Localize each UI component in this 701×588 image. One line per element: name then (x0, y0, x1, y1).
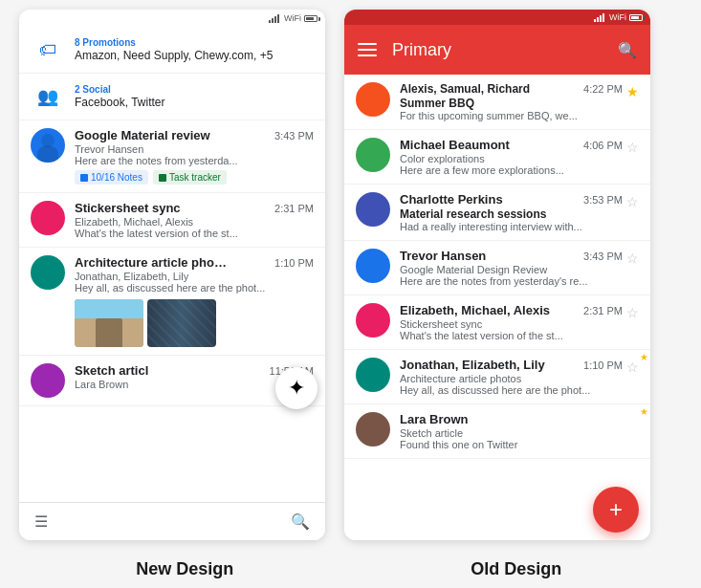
email-header: Michael Beaumont 4:06 PM (400, 138, 623, 152)
star-filled-icon[interactable]: ★ (626, 84, 639, 99)
email-content: Michael Beaumont 4:06 PM Color explorati… (400, 138, 623, 176)
old-battery-icon (629, 14, 643, 21)
list-item[interactable]: Michael Beaumont 4:06 PM Color explorati… (344, 130, 650, 185)
hamburger-line (358, 54, 377, 56)
email-sender: Jonathan, Elizabeth, Lily (400, 358, 545, 372)
new-email-wrapper: 🏷 8 Promotions Amazon, Need Supply, Chew… (19, 27, 325, 540)
star-badge-icon: ★ (640, 352, 648, 362)
star-badge-2-icon: ★ (640, 406, 648, 417)
list-item[interactable]: Lara Brown Sketch article Found this one… (344, 404, 650, 459)
email-sender: Stickersheet sync (75, 201, 181, 215)
email-content: Elizabeth, Michael, Alexis 2:31 PM Stick… (400, 303, 623, 341)
tracker-icon (159, 174, 166, 182)
main-container: WiFi 🏷 8 Promotions Amazon, Need Supply,… (0, 0, 701, 550)
tag-notes: 10/16 Notes (75, 170, 148, 185)
email-preview: Hey all, as discussed here are the phot.… (75, 282, 314, 294)
old-design-label: Old Design (351, 550, 683, 588)
old-design-phone: WiFi Primary 🔍 Alexis (344, 10, 650, 540)
email-subject: Stickersheet sync (400, 318, 623, 330)
wifi-icon: WiFi (284, 13, 301, 23)
star-empty-icon[interactable]: ☆ (626, 140, 639, 155)
hamburger-line (358, 49, 377, 51)
new-design-label: New Design (19, 550, 351, 588)
hamburger-menu-icon[interactable] (358, 43, 377, 56)
email-header: Lara Brown (400, 412, 639, 426)
compose-fab-icon: ✦ (288, 376, 305, 401)
avatar (356, 358, 390, 392)
email-content: Trevor Hansen 3:43 PM Google Material De… (400, 249, 623, 287)
email-time: 1:10 PM (583, 359, 623, 371)
menu-icon[interactable]: ☰ (34, 512, 48, 531)
email-preview: For this upcoming summer BBQ, we... (400, 110, 623, 121)
list-item[interactable]: Alexis, Samual, Richard 4:22 PM Summer B… (344, 75, 650, 130)
email-subject: Summer BBQ (400, 97, 623, 110)
email-sender: Sketch articl (75, 363, 148, 378)
avatar (31, 201, 65, 235)
social-senders: Facebook, Twitter (75, 96, 314, 109)
email-sender: Lara Brown (400, 412, 469, 426)
old-header: Primary 🔍 (344, 25, 650, 75)
design-labels: New Design Old Design (0, 550, 701, 588)
promotions-row[interactable]: 🏷 8 Promotions Amazon, Need Supply, Chew… (19, 27, 325, 74)
email-sender: Charlotte Perkins (400, 192, 503, 207)
list-item[interactable]: Stickersheet sync 2:31 PM Elizabeth, Mic… (19, 193, 325, 248)
star-empty-icon[interactable]: ☆ (626, 194, 639, 209)
email-time: 3:43 PM (274, 130, 314, 142)
email-tags: 10/16 Notes Task tracker (75, 170, 314, 185)
promotions-badge: 8 Promotions (75, 37, 314, 48)
hamburger-line (358, 43, 377, 45)
avatar (356, 412, 390, 446)
old-status-bar: WiFi (344, 10, 650, 25)
avatar (356, 192, 390, 227)
email-header: Elizabeth, Michael, Alexis 2:31 PM (400, 303, 623, 317)
star-empty-icon[interactable]: ☆ (626, 305, 639, 320)
email-subject: Material research sessions (400, 207, 623, 221)
email-subject: Color explorations (400, 153, 623, 164)
email-header: Trevor Hansen 3:43 PM (400, 249, 623, 263)
email-content: Charlotte Perkins 3:53 PM Material resea… (400, 192, 623, 232)
avatar (356, 138, 390, 172)
list-item[interactable]: Jonathan, Elizabeth, Lily 1:10 PM Archit… (344, 350, 650, 404)
list-item[interactable]: Charlotte Perkins 3:53 PM Material resea… (344, 185, 650, 241)
old-signal-icon (594, 12, 604, 22)
email-content: Lara Brown Sketch article Found this one… (400, 412, 639, 450)
promotions-senders: Amazon, Need Supply, Chewy.com, +5 (75, 49, 314, 62)
old-compose-fab-button[interactable]: + (593, 487, 639, 533)
email-subject: Google Material Design Review (400, 264, 623, 275)
email-preview: Here are the notes from yesterda... (75, 155, 314, 166)
list-item[interactable]: Elizabeth, Michael, Alexis 2:31 PM Stick… (344, 295, 650, 350)
compose-fab-button[interactable]: ✦ (275, 367, 318, 409)
email-header: Alexis, Samual, Richard 4:22 PM (400, 82, 623, 96)
social-icon: 👥 (31, 79, 65, 114)
old-search-icon[interactable]: 🔍 (618, 41, 637, 59)
battery-icon (304, 15, 318, 22)
search-icon[interactable]: 🔍 (291, 512, 310, 531)
signal-icon (269, 13, 279, 23)
email-sender: Alexis, Samual, Richard (400, 82, 530, 96)
email-subject: Trevor Hansen (75, 143, 314, 155)
email-header: Google Material review 3:43 PM (75, 128, 314, 142)
avatar (31, 363, 65, 398)
list-item[interactable]: Sketch articl 11:51 AM Lara Brown ✦ (19, 356, 325, 406)
email-content: Stickersheet sync 2:31 PM Elizabeth, Mic… (75, 201, 314, 239)
email-time: 4:22 PM (583, 83, 623, 95)
email-header: Charlotte Perkins 3:53 PM (400, 192, 623, 207)
old-email-list: Alexis, Samual, Richard 4:22 PM Summer B… (344, 75, 650, 540)
list-item[interactable]: Google Material review 3:43 PM Trevor Ha… (19, 120, 325, 193)
email-time: 2:31 PM (583, 305, 623, 316)
email-preview: What's the latest version of the st... (75, 228, 314, 239)
list-item[interactable]: Architecture article photos 1:10 PM Jona… (19, 248, 325, 356)
email-time: 2:31 PM (274, 203, 314, 214)
new-design-phone: WiFi 🏷 8 Promotions Amazon, Need Supply,… (19, 10, 325, 540)
social-row[interactable]: 👥 2 Social Facebook, Twitter (19, 74, 325, 120)
email-preview: Hey all, as discussed here are the phot.… (400, 384, 623, 396)
star-empty-icon[interactable]: ☆ (626, 359, 639, 375)
list-item[interactable]: Trevor Hansen 3:43 PM Google Material De… (344, 241, 650, 295)
promo-icon: 🏷 (31, 33, 65, 67)
promotions-content: 8 Promotions Amazon, Need Supply, Chewy.… (75, 37, 314, 62)
notes-icon (80, 174, 88, 182)
new-status-bar: WiFi (19, 10, 325, 27)
email-header: Architecture article photos 1:10 PM (75, 255, 314, 270)
email-sender: Architecture article photos (75, 255, 228, 270)
star-empty-icon[interactable]: ☆ (626, 250, 639, 266)
